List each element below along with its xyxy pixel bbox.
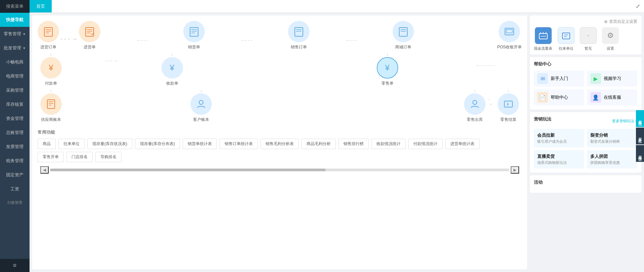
float-btn-service[interactable]: 客服热线 bbox=[636, 110, 644, 127]
qa-item-none[interactable]: + 暂无 bbox=[580, 27, 597, 51]
float-btn-community[interactable]: 服务社区 bbox=[636, 128, 644, 144]
gear-icon: ⚙ bbox=[13, 263, 17, 268]
btn-payment-stat[interactable]: 付款情况统计 bbox=[408, 139, 443, 149]
wf-icon-customer-book bbox=[190, 93, 212, 115]
btn-stock-dist[interactable]: 现存量(库存分布表) bbox=[135, 139, 180, 149]
qa-item-settings[interactable]: ⚙ 设置 bbox=[602, 27, 619, 51]
qa-settings-label[interactable]: 首页自定义设置 bbox=[609, 19, 637, 25]
wf-label-shop-order: 商城订单 bbox=[395, 44, 411, 50]
common-buttons-grid: 商品 往来单位 现存量(库存状况表) 现存量(库存分布表) 销货单统计表 销售订… bbox=[38, 139, 522, 149]
wf-node-purchase-order[interactable]: 进货订单 bbox=[38, 21, 59, 50]
main-content: 首页 ⤢ 进货订单 - - - → bbox=[30, 0, 644, 272]
help-item-help[interactable]: 📄 帮助中心 bbox=[534, 89, 584, 105]
beginner-icon: ✉ bbox=[537, 73, 548, 84]
sidebar-settings-btn[interactable]: ⚙ bbox=[0, 259, 30, 272]
sidebar-item-finance[interactable]: 资金管理 bbox=[0, 111, 30, 126]
wf-icon-receipt: ¥ bbox=[162, 57, 183, 79]
wf-icon-supplier-book bbox=[40, 93, 62, 115]
wf-label-retail-out: 零售出库 bbox=[467, 117, 483, 123]
btn-sales-rank[interactable]: 销售排行榜 bbox=[338, 139, 369, 149]
sidebar-item-wholesale[interactable]: 批发管理 ▼ bbox=[0, 41, 30, 55]
sidebar-search[interactable]: 搜索菜单 bbox=[0, 0, 30, 13]
sidebar-item-purchase[interactable]: 采购管理 bbox=[0, 83, 30, 97]
btn-receipt-stat[interactable]: 收款情况统计 bbox=[371, 139, 406, 149]
gear-settings-icon: ⚙ bbox=[604, 19, 608, 24]
mkt-sub-group: 拼团购物享受优惠 bbox=[590, 160, 634, 165]
wf-icon-purchase-order bbox=[38, 21, 59, 42]
svg-point-24 bbox=[199, 100, 203, 104]
wf-node-sales-order[interactable]: 销售订单 bbox=[288, 21, 310, 50]
btn-sales-order-stat[interactable]: 销售订单统计表 bbox=[220, 139, 258, 149]
none-icon: + bbox=[580, 27, 597, 44]
mkt-grid: 会员拉新 吸引用户成为会员 裂变分销 裂变式发展分销商 直播卖货 场景式购物新玩… bbox=[534, 129, 637, 169]
mkt-item-member[interactable]: 会员拉新 吸引用户成为会员 bbox=[534, 129, 584, 147]
btn-store-rank[interactable]: 门店排名 bbox=[66, 152, 93, 162]
sidebar-item-ecommerce-mgmt[interactable]: 电商管理 bbox=[0, 69, 30, 83]
expand-btn[interactable]: ⤢ bbox=[632, 0, 644, 12]
sidebar-nav[interactable]: 快捷导航 bbox=[0, 13, 30, 27]
partners-icon bbox=[558, 27, 574, 44]
mkt-more-btn[interactable]: 更多营销玩法 > bbox=[612, 119, 637, 124]
sidebar-item-inventory[interactable]: 库存核算 bbox=[0, 97, 30, 111]
help-item-service[interactable]: 👤 在线客服 bbox=[587, 89, 637, 105]
wf-node-retail-out[interactable]: 零售出库 bbox=[464, 93, 486, 123]
right-panel: ⚙ 首页自定义设置 现金流量表 往来单位 bbox=[530, 13, 644, 272]
sidebar-item-ledger[interactable]: 总账管理 bbox=[0, 126, 30, 140]
mkt-item-group[interactable]: 多人拼团 拼团购物享受优惠 bbox=[587, 150, 637, 169]
help-item-beginner[interactable]: ✉ 新手入门 bbox=[534, 71, 584, 87]
btn-product[interactable]: 商品 bbox=[38, 139, 56, 149]
sidebar-item-tax[interactable]: 税务管理 bbox=[0, 154, 30, 168]
sidebar-item-admin[interactable]: 行政管理 bbox=[0, 196, 30, 209]
mkt-item-fission[interactable]: 裂变分销 裂变式发展分销商 bbox=[587, 129, 637, 147]
btn-partners[interactable]: 往来单位 bbox=[58, 139, 85, 149]
wf-node-pos[interactable]: POS收银开单 bbox=[497, 21, 522, 50]
wf-label-purchase-order: 进货订单 bbox=[40, 44, 56, 50]
btn-sales-gross[interactable]: 销售毛利分析表 bbox=[261, 139, 299, 149]
wf-node-supplier-book[interactable]: 供应商账本 bbox=[40, 93, 62, 123]
mkt-title: 营销玩法 bbox=[534, 116, 551, 122]
scroll-right-btn[interactable]: ▶ bbox=[511, 166, 519, 174]
wf-node-purchase[interactable]: 进货单 bbox=[79, 21, 100, 50]
qa-item-cashflow[interactable]: 现金流量表 bbox=[534, 27, 552, 51]
btn-sales-stat[interactable]: 销货单统计表 bbox=[183, 139, 217, 149]
sidebar-item-fixed-assets[interactable]: 固定资产 bbox=[0, 168, 30, 182]
qa-item-partners[interactable]: 往来单位 bbox=[558, 27, 574, 51]
wf-icon-payment: ¥ bbox=[40, 57, 62, 79]
mkt-sub-member: 吸引用户成为会员 bbox=[537, 139, 581, 144]
wf-node-customer-book[interactable]: 客户账本 bbox=[190, 93, 212, 123]
help-item-video[interactable]: ▶ 视频学习 bbox=[587, 71, 637, 87]
wf-label-receipt: 收款单 bbox=[166, 81, 178, 86]
content-area: 进货订单 - - - → 进货单 ←- - - 销货单 bbox=[30, 13, 644, 272]
btn-guide-rank[interactable]: 导购排名 bbox=[95, 152, 122, 162]
arrow-right-icon: - - - → bbox=[60, 36, 78, 50]
wf-label-retail-settle: 零售结算 bbox=[500, 117, 516, 123]
tab-home[interactable]: 首页 bbox=[30, 0, 52, 12]
sidebar-item-retail[interactable]: 零售管理 ▼ bbox=[0, 27, 30, 41]
btn-purchase-stat[interactable]: 进货单统计表 bbox=[445, 139, 479, 149]
sidebar-item-payroll[interactable]: 工资 bbox=[0, 182, 30, 196]
btn-product-gross[interactable]: 商品毛利分析 bbox=[302, 139, 336, 149]
svg-text:¥: ¥ bbox=[506, 102, 509, 107]
wf-node-retail-settle[interactable]: ¥ 零售结算 bbox=[498, 93, 519, 123]
wf-node-retail-bill[interactable]: ¥ 零售单 bbox=[377, 57, 398, 86]
wf-node-sales[interactable]: 销货单 bbox=[183, 21, 205, 50]
scroll-left-btn[interactable]: ◀ bbox=[40, 166, 49, 174]
btn-retail-open[interactable]: 零售开单 bbox=[38, 152, 64, 162]
help-icon-doc: 📄 bbox=[537, 92, 548, 103]
btn-stock-status[interactable]: 现存量(库存状况表) bbox=[87, 139, 132, 149]
sidebar-item-invoice[interactable]: 发票管理 bbox=[0, 140, 30, 154]
wf-node-shop-order[interactable]: 商城订单 bbox=[393, 21, 414, 50]
wf-label-supplier-book: 供应商账本 bbox=[41, 117, 61, 123]
common-buttons-row2: 零售开单 门店排名 导购排名 bbox=[38, 152, 522, 162]
mkt-item-live[interactable]: 直播卖货 场景式购物新玩法 bbox=[534, 150, 584, 169]
wf-node-payment[interactable]: ¥ 付款单 bbox=[40, 57, 62, 86]
sidebar-item-ecommerce-small[interactable]: 小畅电商 bbox=[0, 55, 30, 69]
help-label-service: 在线客服 bbox=[604, 94, 621, 100]
settings-icon: ⚙ bbox=[602, 27, 619, 44]
float-buttons: 客服热线 服务社区 桌面快捷 bbox=[636, 110, 644, 162]
marketing-section: 营销玩法 更多营销玩法 > 会员拉新 吸引用户成为会员 裂变分销 裂变式发展分销… bbox=[530, 112, 641, 173]
wf-node-receipt[interactable]: ¥ 收款单 bbox=[162, 57, 183, 86]
scroll-track[interactable] bbox=[50, 169, 509, 171]
help-center: 帮助中心 ✉ 新手入门 ▶ 视频学习 📄 帮助中心 👤 bbox=[530, 57, 641, 109]
float-btn-desktop[interactable]: 桌面快捷 bbox=[636, 145, 644, 162]
